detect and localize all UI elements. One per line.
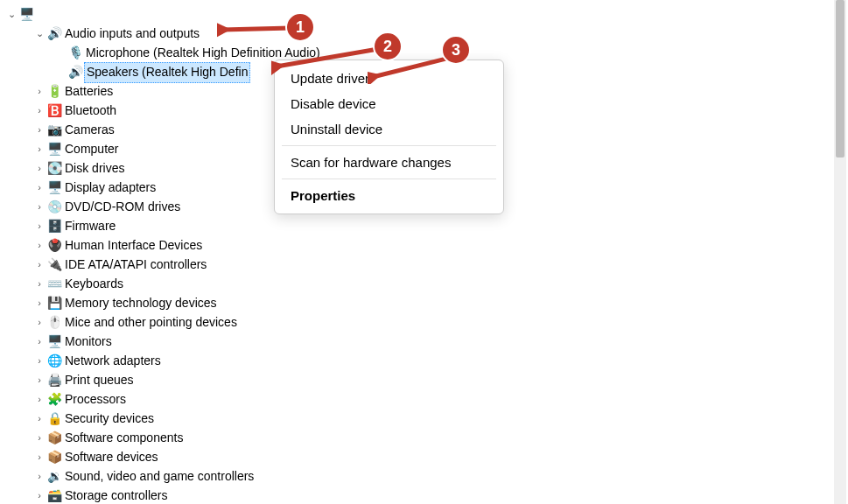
printer-icon: 🖨️ bbox=[46, 371, 63, 390]
chevron-right-icon[interactable]: › bbox=[33, 257, 46, 272]
category-label: Display adapters bbox=[63, 178, 156, 198]
chevron-right-icon[interactable]: › bbox=[33, 200, 46, 214]
speaker-icon: 🔊 bbox=[46, 24, 63, 44]
microphone-icon: 🎙️ bbox=[67, 44, 84, 63]
chevron-right-icon[interactable]: › bbox=[33, 430, 46, 445]
software-icon: 📦 bbox=[46, 448, 63, 467]
category-label: Batteries bbox=[63, 82, 113, 102]
chevron-right-icon[interactable]: › bbox=[33, 354, 46, 368]
chevron-down-icon[interactable]: ⌄ bbox=[5, 7, 18, 22]
category-item[interactable]: ›⌨️Keyboards bbox=[5, 275, 848, 294]
chevron-right-icon[interactable]: › bbox=[33, 392, 46, 407]
chevron-right-icon[interactable]: › bbox=[33, 142, 46, 157]
category-item[interactable]: ›🗄️Firmware bbox=[5, 217, 848, 236]
vertical-scrollbar[interactable] bbox=[834, 0, 846, 504]
network-icon: 🌐 bbox=[46, 352, 63, 371]
category-item[interactable]: ›💾Memory technology devices bbox=[5, 294, 848, 313]
category-label: Cameras bbox=[63, 121, 115, 140]
chevron-right-icon[interactable]: › bbox=[33, 411, 46, 426]
chevron-right-icon[interactable]: › bbox=[33, 238, 46, 253]
category-label: Security devices bbox=[63, 410, 154, 429]
category-label: Audio inputs and outputs bbox=[63, 24, 200, 44]
tree-root[interactable]: ⌄ 🖥️ bbox=[5, 5, 848, 24]
disk-icon: 💽 bbox=[46, 159, 63, 178]
chevron-right-icon[interactable]: › bbox=[33, 122, 46, 137]
menu-scan-hardware[interactable]: Scan for hardware changes bbox=[275, 150, 503, 175]
computer-icon: 🖥️ bbox=[46, 140, 63, 159]
ide-icon: 🔌 bbox=[46, 256, 63, 275]
chevron-right-icon[interactable]: › bbox=[33, 103, 46, 118]
firmware-icon: 🗄️ bbox=[46, 217, 63, 236]
category-item[interactable]: ›🔉Sound, video and game controllers bbox=[5, 467, 848, 486]
chevron-right-icon[interactable]: › bbox=[33, 334, 46, 349]
category-item[interactable]: ›🔌IDE ATA/ATAPI controllers bbox=[5, 256, 848, 275]
bluetooth-icon: 🅱️ bbox=[46, 102, 63, 121]
chevron-right-icon[interactable]: › bbox=[33, 276, 46, 291]
category-item[interactable]: ›🖥️Monitors bbox=[5, 332, 848, 352]
category-label: Firmware bbox=[63, 217, 116, 236]
category-item[interactable]: ›🖱️Mice and other pointing devices bbox=[5, 313, 848, 332]
scrollbar-thumb[interactable] bbox=[836, 0, 844, 158]
menu-disable-device[interactable]: Disable device bbox=[275, 91, 503, 116]
chevron-right-icon[interactable]: › bbox=[33, 161, 46, 176]
category-label: Storage controllers bbox=[63, 486, 168, 504]
cpu-icon: 🧩 bbox=[46, 390, 63, 410]
category-label: Sound, video and game controllers bbox=[63, 467, 254, 486]
category-label: Processors bbox=[63, 390, 126, 410]
category-label: Monitors bbox=[63, 332, 112, 352]
category-label: IDE ATA/ATAPI controllers bbox=[63, 256, 207, 275]
chevron-right-icon[interactable]: › bbox=[33, 469, 46, 484]
sound-icon: 🔉 bbox=[46, 467, 63, 486]
memory-icon: 💾 bbox=[46, 294, 63, 313]
monitor-icon: 🖥️ bbox=[46, 332, 63, 352]
cd-icon: 💿 bbox=[46, 198, 63, 217]
hid-icon: 🖲️ bbox=[46, 236, 63, 256]
category-item[interactable]: ›🗃️Storage controllers bbox=[5, 486, 848, 504]
category-item[interactable]: ›🌐Network adapters bbox=[5, 352, 848, 371]
category-item[interactable]: ›📦Software devices bbox=[5, 448, 848, 467]
chevron-right-icon[interactable]: › bbox=[33, 84, 46, 99]
category-item[interactable]: ›🖲️Human Interface Devices bbox=[5, 236, 848, 256]
menu-properties[interactable]: Properties bbox=[275, 183, 503, 208]
annotation-badge-1: 1 bbox=[285, 12, 315, 42]
camera-icon: 📷 bbox=[46, 121, 63, 140]
category-label: Software components bbox=[63, 429, 183, 448]
security-icon: 🔒 bbox=[46, 410, 63, 429]
category-audio[interactable]: ⌄ 🔊 Audio inputs and outputs bbox=[5, 24, 848, 44]
chevron-right-icon[interactable]: › bbox=[33, 296, 46, 311]
category-label: Bluetooth bbox=[63, 102, 116, 121]
category-label: Disk drives bbox=[63, 159, 124, 178]
category-label: Network adapters bbox=[63, 352, 161, 371]
category-label: DVD/CD-ROM drives bbox=[63, 198, 180, 217]
category-label: Print queues bbox=[63, 371, 134, 390]
svg-line-0 bbox=[222, 28, 291, 30]
computer-icon: 🖥️ bbox=[18, 5, 35, 24]
category-item[interactable]: ›📦Software components bbox=[5, 429, 848, 448]
annotation-badge-2: 2 bbox=[373, 32, 403, 61]
chevron-right-icon[interactable]: › bbox=[33, 450, 46, 465]
chevron-right-icon[interactable]: › bbox=[33, 488, 46, 503]
chevron-down-icon[interactable]: ⌄ bbox=[33, 26, 46, 41]
category-item[interactable]: ›🖨️Print queues bbox=[5, 371, 848, 390]
speaker-icon: 🔊 bbox=[67, 63, 84, 82]
annotation-badge-3: 3 bbox=[441, 35, 471, 65]
software-icon: 📦 bbox=[46, 429, 63, 448]
battery-icon: 🔋 bbox=[46, 82, 63, 102]
category-label: Computer bbox=[63, 140, 118, 159]
mouse-icon: 🖱️ bbox=[46, 313, 63, 332]
category-label: Mice and other pointing devices bbox=[63, 313, 237, 332]
category-label: Keyboards bbox=[63, 275, 123, 294]
category-item[interactable]: ›🔒Security devices bbox=[5, 410, 848, 429]
category-label: Software devices bbox=[63, 448, 158, 467]
chevron-right-icon[interactable]: › bbox=[33, 315, 46, 330]
chevron-right-icon[interactable]: › bbox=[33, 373, 46, 388]
chevron-right-icon[interactable]: › bbox=[33, 180, 46, 195]
device-label: Speakers (Realtek High Defin bbox=[84, 62, 250, 83]
menu-uninstall-device[interactable]: Uninstall device bbox=[275, 116, 503, 142]
storage-icon: 🗃️ bbox=[46, 486, 63, 504]
category-label: Human Interface Devices bbox=[63, 236, 202, 256]
display-icon: 🖥️ bbox=[46, 178, 63, 198]
category-item[interactable]: ›🧩Processors bbox=[5, 390, 848, 410]
keyboard-icon: ⌨️ bbox=[46, 275, 63, 294]
chevron-right-icon[interactable]: › bbox=[33, 219, 46, 234]
